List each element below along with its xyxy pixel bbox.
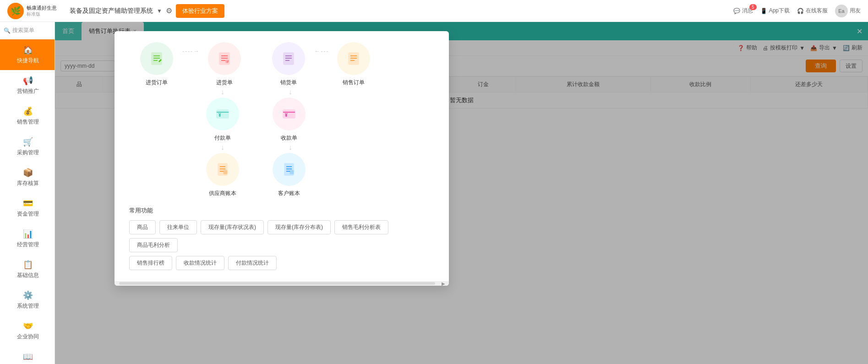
modal-overlay: 进货订单 - - - - → (55, 22, 868, 364)
sidebar-item-purchase[interactable]: 🛒 采购管理 (0, 131, 55, 162)
sidebar-item-marketing[interactable]: 📢 营销推广 (0, 70, 55, 101)
download-icon: 📱 (760, 8, 767, 14)
settings-icon-button[interactable]: ⚙ (166, 6, 172, 15)
trial-button[interactable]: 体验行业方案 (176, 4, 224, 18)
sales-order-circle (337, 42, 370, 75)
func-btn-stock-status[interactable]: 现存量(库存状况表) (201, 220, 264, 234)
svg-rect-17 (224, 170, 227, 174)
message-icon: 💬 (733, 8, 740, 14)
func-btn-sales-profit[interactable]: 销售毛利分析表 (334, 220, 388, 234)
flow-node-purchase-bill: ✓ 进货单 (197, 42, 252, 87)
customer-ledger-circle (273, 153, 306, 186)
purchase-order-label: 进货订单 (146, 79, 168, 87)
arrow-payment-bill-down: ↓ (221, 142, 224, 153)
svg-text:✓: ✓ (226, 60, 229, 64)
message-badge: 5 (749, 4, 757, 10)
system-icon: ⚙️ (23, 290, 33, 300)
message-button[interactable]: 💬 消息 5 (733, 7, 753, 15)
common-functions-section: 常用功能 商品 往来单位 现存量(库存状况表) 现存量(库存分布表) 销售毛利分… (129, 206, 434, 270)
func-btn-receipt-stats[interactable]: 收款情况统计 (176, 256, 224, 270)
func-btn-product[interactable]: 商品 (129, 220, 156, 234)
func-btn-payment-stats[interactable]: 付款情况统计 (228, 256, 277, 270)
content-area: 首页 销售订单执行表 × ✕ ❓ 帮助 🖨 按模板打印 ▼ (55, 22, 868, 364)
system-title: 装备及固定资产辅助管理系统 (70, 7, 153, 15)
sidebar-item-quick-nav[interactable]: 🏠 快捷导航 (0, 39, 55, 70)
sidebar-item-cooperation[interactable]: 🤝 企业协同 (0, 315, 55, 346)
func-btn-partner[interactable]: 往来单位 (159, 220, 197, 234)
user-menu[interactable]: Ea 用友 (835, 5, 861, 17)
basic-info-icon: 📋 (23, 260, 33, 270)
logo-icon: 🌿 (7, 3, 24, 19)
inventory-icon: 📦 (23, 168, 33, 178)
newbie-icon: 📖 (23, 352, 33, 362)
header-center: 装备及固定资产辅助管理系统 ▼ ⚙ 体验行业方案 (70, 4, 224, 18)
sidebar-item-operations[interactable]: 📊 经营管理 (0, 223, 55, 254)
sidebar-search[interactable]: 🔍 搜索菜单 (0, 22, 55, 39)
flow-node-sales-bill: 销货单 (261, 42, 316, 87)
modal-scrollbar[interactable]: ▶ (115, 281, 449, 286)
header-right: 💬 消息 5 📱 App下载 🎧 在线客服 Ea 用友 (733, 5, 861, 17)
sales-order-label: 销售订单 (343, 79, 365, 87)
receipt-bill-circle: ¥ (273, 98, 306, 130)
flow-node-customer-ledger: 客户账本 (262, 153, 317, 197)
sidebar: 🔍 搜索菜单 🏠 快捷导航 📢 营销推广 💰 销售管理 🛒 采购管理 (0, 22, 55, 364)
customer-ledger-label: 客户账本 (278, 190, 300, 197)
operations-icon: 📊 (23, 229, 33, 239)
payment-bill-label: 付款单 (214, 134, 231, 142)
common-functions-title: 常用功能 (129, 206, 434, 215)
svg-text:¥: ¥ (285, 113, 288, 118)
receipt-bill-label: 收款单 (281, 134, 297, 142)
flow-node-sales-order: 销售订单 (326, 42, 381, 87)
search-icon: 🔍 (4, 27, 11, 34)
flow-node-receipt-bill: ¥ 收款单 (262, 98, 317, 142)
flow-node-payment-bill: ¥ 付款单 (195, 98, 250, 142)
flow-node-purchase-order: 进货订单 (129, 42, 184, 87)
sales-icon: 💰 (23, 106, 33, 116)
online-service-button[interactable]: 🎧 在线客服 (797, 7, 828, 15)
supplier-ledger-circle (206, 153, 239, 186)
svg-rect-22 (349, 53, 359, 65)
logo-area: 🌿 畅康通好生意 标准版 (7, 3, 62, 19)
arrow-purchase-bill-down: ↓ (221, 87, 224, 98)
flow-diagram: 进货订单 - - - - → (129, 42, 434, 197)
svg-text:¥: ¥ (218, 113, 221, 118)
flow-modal: 进货订单 - - - - → (115, 31, 449, 286)
payment-bill-circle: ¥ (206, 98, 239, 130)
func-btn-sales-rank[interactable]: 销售排行榜 (129, 256, 172, 270)
purchase-bill-label: 进货单 (216, 79, 233, 87)
purchase-bill-circle: ✓ (208, 42, 241, 75)
service-icon: 🎧 (797, 8, 804, 14)
sidebar-item-newbie[interactable]: 📖 新手引导 (0, 346, 55, 364)
arrow-purchase-order-to-bill: - - - - → (182, 48, 199, 81)
app-download-button[interactable]: 📱 App下载 (760, 7, 790, 15)
system-dropdown-button[interactable]: ▼ (157, 8, 162, 14)
avatar: Ea (835, 5, 848, 17)
arrow-receipt-bill-down: ↓ (289, 142, 292, 153)
flow-node-supplier-ledger: 供应商账本 (195, 153, 250, 197)
scroll-right-arrow[interactable]: ▶ (442, 281, 445, 286)
func-btn-product-profit[interactable]: 商品毛利分析 (129, 238, 178, 252)
supplier-ledger-label: 供应商账本 (209, 190, 236, 197)
sidebar-item-inventory[interactable]: 📦 库存核算 (0, 162, 55, 193)
cooperation-icon: 🤝 (23, 321, 33, 331)
modal-body: 进货订单 - - - - → (115, 31, 449, 281)
func-btn-stock-dist[interactable]: 现存量(库存分布表) (267, 220, 331, 234)
sales-bill-label: 销货单 (280, 79, 297, 87)
purchase-order-circle (140, 42, 173, 75)
sales-bill-circle (272, 42, 305, 75)
purchase-icon: 🛒 (23, 137, 33, 147)
scrollbar-track (119, 282, 435, 285)
logo-text: 畅康通好生意 标准版 (27, 5, 57, 17)
sidebar-item-system[interactable]: ⚙️ 系统管理 (0, 285, 55, 315)
marketing-icon: 📢 (23, 76, 33, 86)
sidebar-item-basic-info[interactable]: 📋 基础信息 (0, 254, 55, 285)
func-buttons-row-1: 商品 往来单位 现存量(库存状况表) 现存量(库存分布表) 销售毛利分析表 商品… (129, 220, 434, 252)
arrow-sales-bill-down: ↓ (289, 87, 292, 98)
quick-nav-icon: 🏠 (23, 45, 33, 55)
svg-rect-18 (284, 53, 294, 65)
sidebar-item-sales[interactable]: 💰 销售管理 (0, 101, 55, 131)
func-buttons-row-2: 销售排行榜 收款情况统计 付款情况统计 (129, 256, 434, 270)
finance-icon: 💳 (23, 198, 33, 208)
sidebar-item-finance[interactable]: 💳 资金管理 (0, 193, 55, 223)
svg-rect-0 (152, 53, 162, 65)
